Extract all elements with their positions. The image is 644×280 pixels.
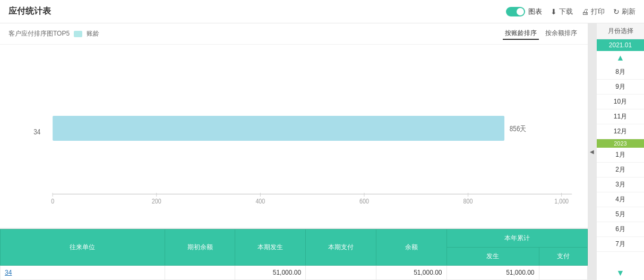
app-header: 应付统计表 图表 ⬇ 下载 🖨 打印 ↻ 刷新 <box>0 0 644 23</box>
svg-text:800: 800 <box>463 197 473 205</box>
sidebar: 月份选择 2021.01 ▲ 8月 9月 10月 11月 12月 2023 1月… <box>596 23 644 280</box>
chart-svg: 34 856天 0 200 400 600 800 1,000 <box>32 50 577 207</box>
print-button[interactable]: 🖨 打印 <box>581 7 605 16</box>
sidebar-month-9[interactable]: 9月 <box>597 80 644 95</box>
page-title: 应付统计表 <box>8 6 51 17</box>
sidebar-month-12[interactable]: 12月 <box>597 124 644 139</box>
cell-occur: 51,000.00 <box>235 266 306 280</box>
sidebar-month-10[interactable]: 10月 <box>597 95 644 109</box>
download-icon: ⬇ <box>551 7 557 16</box>
col-header-balance: 余额 <box>376 230 446 266</box>
sidebar-wrapper: ◀ 月份选择 2021.01 ▲ 8月 9月 10月 11月 12月 2023 … <box>588 23 644 280</box>
chart-panel: 客户应付排序图TOP5 账龄 按账龄排序 按余额排序 34 856天 <box>0 23 588 280</box>
sidebar-month-8[interactable]: 8月 <box>597 65 644 80</box>
sidebar-scroll-down[interactable]: ▼ <box>597 266 644 280</box>
sidebar-month-3[interactable]: 3月 <box>597 177 644 192</box>
legend-box <box>74 31 82 37</box>
sidebar-month-2[interactable]: 2月 <box>597 163 644 177</box>
data-table: 往来单位 期初余额 本期发生 本期支付 余额 本年累计 发生 支付 <box>0 229 588 280</box>
col-header-unit: 往来单位 <box>1 230 165 266</box>
legend-text: 客户应付排序图TOP5 <box>8 29 70 38</box>
sidebar-year-display: 2021.01 <box>597 39 644 51</box>
svg-text:0: 0 <box>51 197 54 205</box>
col-header-pay: 本期支付 <box>306 230 376 266</box>
sidebar-month-11[interactable]: 11月 <box>597 109 644 124</box>
cell-ytd-occur: 51,000.00 <box>446 266 539 280</box>
sort-by-age-button[interactable]: 按账龄排序 <box>503 28 539 40</box>
svg-text:200: 200 <box>152 197 161 205</box>
chart-header: 客户应付排序图TOP5 账龄 按账龄排序 按余额排序 <box>0 23 588 45</box>
chart-sort: 按账龄排序 按余额排序 <box>503 28 579 40</box>
sort-by-balance-button[interactable]: 按余额排序 <box>543 28 579 40</box>
table-wrap: 往来单位 期初余额 本期发生 本期支付 余额 本年累计 发生 支付 <box>0 229 588 280</box>
sidebar-header: 月份选择 <box>597 23 644 39</box>
download-button[interactable]: ⬇ 下载 <box>551 7 573 16</box>
toggle-label: 图表 <box>528 7 542 16</box>
header-actions: 图表 ⬇ 下载 🖨 打印 ↻ 刷新 <box>506 7 636 16</box>
sidebar-collapse-arrow[interactable]: ◀ <box>588 23 596 280</box>
legend-box-label: 账龄 <box>87 29 99 38</box>
svg-text:1,000: 1,000 <box>554 197 569 205</box>
sidebar-month-7[interactable]: 7月 <box>597 237 644 252</box>
main-content: 客户应付排序图TOP5 账龄 按账龄排序 按余额排序 34 856天 <box>0 23 644 280</box>
col-header-ytd: 本年累计 <box>446 230 587 248</box>
col-header-ytd-occur: 发生 <box>446 248 539 266</box>
col-header-ytd-pay: 支付 <box>539 248 587 266</box>
refresh-icon: ↻ <box>613 7 620 16</box>
sidebar-scroll-up[interactable]: ▲ <box>597 51 644 65</box>
chart-toggle[interactable] <box>506 7 525 16</box>
sidebar-month-1[interactable]: 1月 <box>597 148 644 163</box>
cell-pay <box>306 266 376 280</box>
chart-toggle-wrap[interactable]: 图表 <box>506 7 542 16</box>
print-icon: 🖨 <box>581 7 589 16</box>
col-header-opening: 期初余额 <box>165 230 235 266</box>
svg-text:400: 400 <box>255 197 265 205</box>
sidebar-scroll: 8月 9月 10月 11月 12月 2023 1月 2月 3月 4月 5月 6月… <box>597 65 644 266</box>
table-row: 34 51,000.00 51,000.00 51,000.00 <box>1 266 588 280</box>
y-axis-label: 34 <box>33 128 40 136</box>
sidebar-month-4[interactable]: 4月 <box>597 192 644 207</box>
svg-text:600: 600 <box>359 197 369 205</box>
refresh-button[interactable]: ↻ 刷新 <box>613 7 636 16</box>
sidebar-month-6[interactable]: 6月 <box>597 222 644 237</box>
sidebar-year-label: 2023 <box>597 139 644 148</box>
chart-bar <box>53 116 504 141</box>
bar-end-label: 856天 <box>510 124 526 133</box>
col-header-occur: 本期发生 <box>235 230 306 266</box>
cell-unit[interactable]: 34 <box>1 266 165 280</box>
toggle-thumb <box>517 8 524 15</box>
chart-legend: 客户应付排序图TOP5 账龄 <box>8 29 99 38</box>
sidebar-month-5[interactable]: 5月 <box>597 207 644 222</box>
table-area: 往来单位 期初余额 本期发生 本期支付 余额 本年累计 发生 支付 <box>0 228 588 280</box>
cell-ytd-pay <box>539 266 587 280</box>
chart-area: 34 856天 0 200 400 600 800 1,000 <box>0 45 588 228</box>
cell-balance: 51,000.00 <box>376 266 446 280</box>
cell-opening <box>165 266 235 280</box>
